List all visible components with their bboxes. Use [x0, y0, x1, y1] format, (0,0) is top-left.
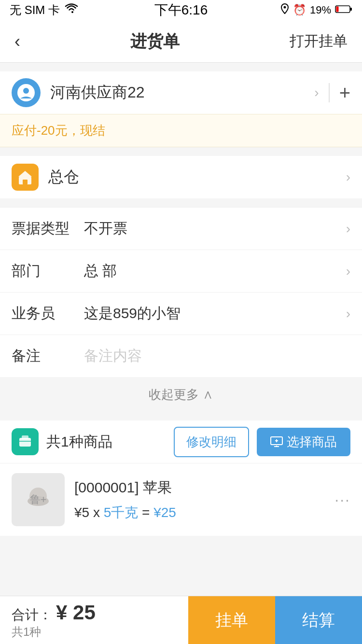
sales-value: 这是859的小智	[74, 304, 341, 323]
collapse-button[interactable]: 收起更多 ∧	[0, 377, 362, 412]
nav-bar: ‹ 进货单 打开挂单	[0, 20, 362, 63]
supplier-name: 河南供应商22	[50, 82, 309, 103]
battery-icon	[335, 4, 352, 16]
sales-row[interactable]: 业务员 这是859的小智 ›	[0, 292, 362, 335]
dept-value: 总 部	[74, 261, 341, 281]
bottom-bar: 合计： ¥ 25 共1种 挂单 结算	[0, 596, 362, 644]
product-item: 鲁+ [0000001] 苹果 ¥5 x 5千克 = ¥25 ···	[0, 463, 362, 536]
product-price-row: ¥5 x 5千克 = ¥25	[74, 504, 325, 522]
location-icon	[280, 3, 289, 17]
svg-rect-2	[350, 8, 352, 11]
invoice-value: 不开票	[74, 219, 341, 238]
svg-marker-6	[18, 171, 32, 177]
sales-chevron-icon: ›	[346, 306, 350, 322]
back-button[interactable]: ‹	[14, 31, 20, 52]
page-title: 进货单	[130, 30, 180, 53]
sales-label: 业务员	[12, 304, 74, 323]
products-icon	[12, 428, 39, 455]
total-row: 合计： ¥ 25	[12, 601, 177, 624]
svg-rect-3	[336, 7, 339, 12]
remark-row[interactable]: 备注 备注内容	[0, 335, 362, 377]
dept-row[interactable]: 部门 总 部 ›	[0, 250, 362, 292]
status-time: 下午6:16	[154, 1, 208, 19]
product-thumbnail: 鲁+	[12, 473, 65, 526]
total-amount: ¥ 25	[56, 601, 96, 624]
warehouse-name: 总仓	[48, 167, 341, 188]
warehouse-row[interactable]: 总仓 ›	[0, 156, 362, 198]
supplier-section: 河南供应商22 › + 应付-20元，现结	[0, 71, 362, 147]
select-product-label: 选择商品	[287, 434, 337, 450]
battery-text: 19%	[310, 4, 331, 16]
product-unit-price: ¥5	[74, 505, 89, 520]
edit-details-button[interactable]: 修改明细	[174, 427, 249, 457]
wifi-icon	[65, 3, 78, 17]
bottom-spacer	[0, 536, 362, 584]
invoice-row[interactable]: 票据类型 不开票 ›	[0, 207, 362, 250]
hang-order-button[interactable]: 挂单	[188, 596, 275, 644]
product-total: ¥25	[153, 505, 176, 520]
total-label: 合计：	[12, 606, 52, 624]
remark-label: 备注	[12, 346, 74, 366]
svg-text:鲁+: 鲁+	[30, 493, 47, 505]
section-gap-1	[0, 63, 362, 71]
svg-point-0	[283, 6, 286, 9]
svg-point-4	[23, 88, 29, 94]
product-qty: 5千克	[104, 505, 139, 520]
invoice-label: 票据类型	[12, 219, 74, 238]
dept-label: 部门	[12, 261, 74, 281]
product-more-button[interactable]: ···	[334, 491, 350, 509]
invoice-chevron-icon: ›	[346, 221, 350, 237]
product-info: [0000001] 苹果 ¥5 x 5千克 = ¥25	[74, 478, 325, 522]
products-header: 共1种商品 修改明细 选择商品	[0, 420, 362, 463]
alarm-icon: ⏰	[293, 4, 306, 16]
status-bar-left: 无 SIM 卡	[10, 2, 78, 18]
warehouse-section: 总仓 ›	[0, 156, 362, 198]
supplier-row[interactable]: 河南供应商22 › +	[0, 71, 362, 114]
product-name: [0000001] 苹果	[74, 478, 325, 498]
supplier-divider	[329, 83, 330, 102]
product-equals: =	[142, 505, 153, 520]
product-multiply: x	[93, 505, 104, 520]
open-pending-button[interactable]: 打开挂单	[290, 31, 348, 51]
section-gap-3	[0, 198, 362, 207]
svg-rect-9	[22, 435, 28, 439]
status-bar-right: ⏰ 19%	[280, 3, 352, 17]
supplier-chevron-icon: ›	[314, 85, 319, 100]
section-gap-2	[0, 147, 362, 156]
form-section: 票据类型 不开票 › 部门 总 部 › 业务员 这是859的小智 › 备注 备注…	[0, 207, 362, 377]
supplier-avatar	[12, 78, 41, 107]
warehouse-chevron-icon: ›	[346, 169, 350, 185]
total-section: 合计： ¥ 25 共1种	[0, 596, 188, 644]
svg-rect-7	[23, 180, 28, 184]
product-code: [0000001]	[74, 479, 139, 495]
section-gap-4	[0, 412, 362, 420]
avatar-inner	[17, 84, 35, 101]
dept-chevron-icon: ›	[346, 264, 350, 279]
total-count: 共1种	[12, 624, 177, 640]
remark-placeholder: 备注内容	[74, 346, 350, 366]
add-button[interactable]: +	[339, 82, 350, 104]
products-count: 共1种商品	[46, 432, 166, 452]
select-product-button[interactable]: 选择商品	[257, 428, 350, 456]
warehouse-icon	[12, 164, 39, 191]
notice-bar: 应付-20元，现结	[0, 114, 362, 147]
products-section: 共1种商品 修改明细 选择商品 鲁+ [0000001] 苹果	[0, 420, 362, 536]
product-title: 苹果	[143, 479, 172, 495]
carrier-text: 无 SIM 卡	[10, 2, 60, 18]
status-bar: 无 SIM 卡 下午6:16 ⏰ 19%	[0, 0, 362, 20]
settle-button[interactable]: 结算	[275, 596, 362, 644]
